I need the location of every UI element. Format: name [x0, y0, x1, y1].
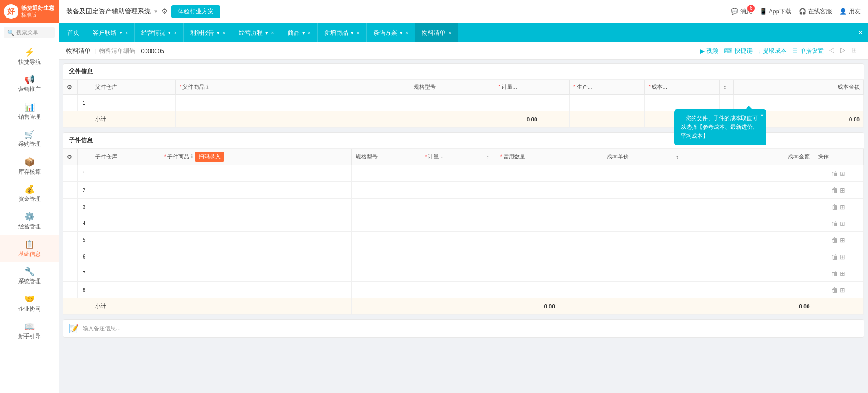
child-row-goods-1[interactable]	[160, 182, 352, 199]
child-row-qty-2[interactable]	[496, 199, 603, 215]
sidebar-item-operations[interactable]: ⚙️ 经营管理	[0, 207, 59, 234]
child-row-spec-3[interactable]	[352, 215, 421, 232]
child-row-qty-1[interactable]	[496, 182, 603, 199]
child-row-unit-4[interactable]	[421, 232, 482, 248]
child-row-qty-4[interactable]	[496, 232, 603, 248]
sidebar-item-guide[interactable]: 📖 新手引导	[0, 317, 59, 344]
child-row-goods-7[interactable]	[160, 282, 352, 298]
sidebar-item-marketing[interactable]: 📢 营销推广	[0, 70, 59, 97]
tab-barcode-close[interactable]: ×	[405, 30, 408, 36]
delete-icon-4[interactable]: 🗑	[832, 236, 838, 244]
child-row-warehouse-7[interactable]	[91, 282, 160, 298]
child-row-unit-6[interactable]	[421, 265, 482, 282]
child-row-spec-0[interactable]	[352, 165, 421, 182]
parent-row-cost[interactable]	[645, 95, 720, 111]
settings-icon[interactable]: ⚙	[161, 7, 168, 16]
scan-input-button[interactable]: 扫码录入	[195, 152, 224, 162]
tab-profit-close[interactable]: ×	[223, 30, 225, 36]
sidebar-item-finance[interactable]: 💰 资金管理	[0, 180, 59, 207]
online-service-group[interactable]: 🎧 在线客服	[799, 7, 832, 16]
parent-row-goods[interactable]	[175, 95, 410, 111]
copy-icon-1[interactable]: ⊞	[840, 187, 845, 194]
tab-barcode[interactable]: 条码方案 ▾ ×	[367, 23, 415, 42]
app-download-group[interactable]: 📱 App下载	[760, 7, 791, 16]
copy-icon-6[interactable]: ⊞	[840, 270, 845, 277]
sidebar-item-sales[interactable]: 📊 销售管理	[0, 97, 59, 125]
tab-history-close[interactable]: ×	[271, 30, 274, 36]
extract-cost-button[interactable]: ↓ 提取成本	[758, 47, 787, 55]
tab-home[interactable]: 首页	[61, 23, 86, 42]
parent-row-unit[interactable]	[494, 95, 570, 111]
delete-icon-1[interactable]: 🗑	[832, 187, 838, 194]
tab-operations[interactable]: 经营情况 ▾ ×	[135, 23, 183, 42]
child-row-qty-7[interactable]	[496, 282, 603, 298]
child-row-unit-cost-6[interactable]	[603, 265, 672, 282]
delete-icon-5[interactable]: 🗑	[832, 253, 838, 260]
message-group[interactable]: 💬 消息 6	[731, 7, 752, 16]
tab-goods-close[interactable]: ×	[308, 30, 311, 36]
child-row-warehouse-2[interactable]	[91, 199, 160, 215]
sidebar-item-inventory[interactable]: 📦 库存核算	[0, 152, 59, 180]
tab-profit[interactable]: 利润报告 ▾ ×	[184, 23, 232, 42]
child-row-unit-cost-4[interactable]	[603, 232, 672, 248]
tab-history[interactable]: 经营历程 ▾ ×	[232, 23, 281, 42]
search-trigger[interactable]: 🔍 搜索菜单	[4, 27, 55, 38]
child-row-unit-cost-5[interactable]	[603, 248, 672, 265]
child-row-unit-0[interactable]	[421, 165, 482, 182]
parent-row-produce[interactable]	[569, 95, 645, 111]
prev-icon[interactable]: ◁	[829, 46, 838, 55]
child-row-goods-4[interactable]	[160, 232, 352, 248]
child-row-unit-cost-1[interactable]	[603, 182, 672, 199]
child-row-goods-3[interactable]	[160, 215, 352, 232]
copy-icon-7[interactable]: ⊞	[840, 286, 845, 294]
child-row-warehouse-0[interactable]	[91, 165, 160, 182]
parent-row-spec[interactable]	[410, 95, 494, 111]
tooltip-close-icon[interactable]: ×	[760, 111, 764, 120]
child-row-spec-7[interactable]	[352, 282, 421, 298]
sidebar-item-quick-nav[interactable]: ⚡ 快捷导航	[0, 42, 59, 70]
shortcut-button[interactable]: ⌨ 快捷键	[724, 47, 753, 55]
child-row-warehouse-4[interactable]	[91, 232, 160, 248]
child-row-qty-0[interactable]	[496, 165, 603, 182]
copy-icon-4[interactable]: ⊞	[840, 236, 845, 244]
child-row-goods-2[interactable]	[160, 199, 352, 215]
child-row-qty-5[interactable]	[496, 248, 603, 265]
delete-icon-2[interactable]: 🗑	[832, 203, 838, 211]
child-goods-help-icon[interactable]: ℹ	[191, 153, 193, 160]
sidebar-item-enterprise[interactable]: 🤝 企业协同	[0, 290, 59, 317]
nav-close-all-button[interactable]: ×	[855, 29, 866, 37]
trial-button[interactable]: 体验行业方案	[171, 5, 220, 18]
child-row-unit-5[interactable]	[421, 248, 482, 265]
parent-goods-help-icon[interactable]: ℹ	[206, 84, 209, 90]
child-row-warehouse-1[interactable]	[91, 182, 160, 199]
grid-icon[interactable]: ⊞	[851, 46, 861, 55]
copy-icon-3[interactable]: ⊞	[840, 220, 845, 227]
sidebar-search-area[interactable]: 🔍 搜索菜单	[0, 23, 59, 42]
child-row-spec-5[interactable]	[352, 248, 421, 265]
child-row-warehouse-6[interactable]	[91, 265, 160, 282]
delete-icon-7[interactable]: 🗑	[832, 286, 838, 294]
child-row-goods-0[interactable]	[160, 165, 352, 182]
delete-icon-0[interactable]: 🗑	[832, 170, 838, 177]
tab-bom[interactable]: 物料清单 ×	[415, 23, 458, 42]
tab-new-goods-close[interactable]: ×	[356, 30, 359, 36]
child-row-qty-3[interactable]	[496, 215, 603, 232]
dropdown-arrow-icon[interactable]: ▾	[154, 8, 157, 15]
child-row-spec-6[interactable]	[352, 265, 421, 282]
parent-row-warehouse[interactable]	[91, 95, 175, 111]
child-row-spec-1[interactable]	[352, 182, 421, 199]
user-group[interactable]: 👤 用友	[839, 7, 861, 16]
sidebar-item-system[interactable]: 🔧 系统管理	[0, 262, 59, 289]
child-row-unit-2[interactable]	[421, 199, 482, 215]
tab-customer-close[interactable]: ×	[125, 30, 128, 36]
child-row-goods-5[interactable]	[160, 248, 352, 265]
child-row-unit-cost-2[interactable]	[603, 199, 672, 215]
next-icon[interactable]: ▷	[840, 46, 850, 55]
child-row-qty-6[interactable]	[496, 265, 603, 282]
tab-customer[interactable]: 客户联络 ▾ ×	[86, 23, 135, 42]
child-row-unit-7[interactable]	[421, 282, 482, 298]
child-row-warehouse-5[interactable]	[91, 248, 160, 265]
tab-goods[interactable]: 商品 ▾ ×	[281, 23, 318, 42]
tab-new-goods[interactable]: 新增商品 ▾ ×	[318, 23, 366, 42]
delete-icon-3[interactable]: 🗑	[832, 220, 838, 227]
